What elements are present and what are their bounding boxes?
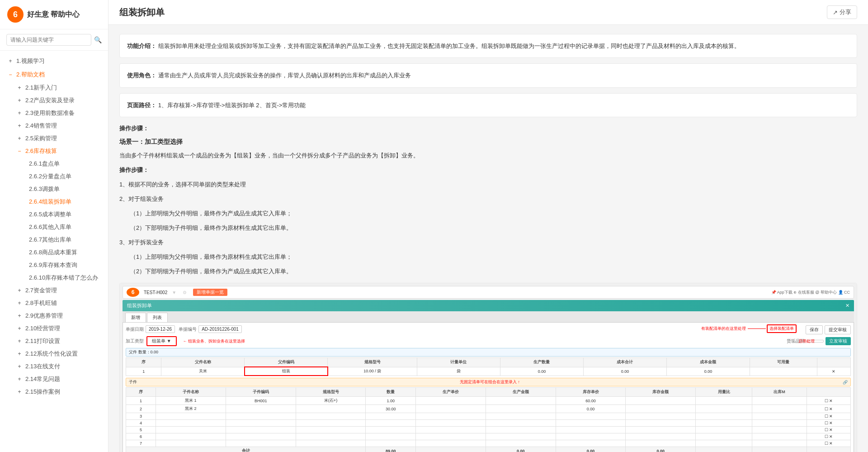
sidebar-item-24[interactable]: + 2.4销售管理 [13, 119, 108, 132]
sidebar-item-212[interactable]: + 2.12系统个性化设置 [13, 347, 108, 360]
sidebar: 6 好生意 帮助中心 🔍 + 1.视频学习 − 2.帮助文档 + 2.1新手入门… [0, 0, 108, 452]
docs-26-submenu: 2.6.1盘点单 2.6.2分量盘点单 2.6.3调拨单 2.6.4组装拆卸单 … [13, 157, 108, 284]
step3-sub2: （2）下部明细为子件明细，最终作为产成品生成其它入库单。 [119, 266, 857, 277]
sidebar-item-265[interactable]: 2.6.5成本调整单 [25, 208, 108, 221]
sidebar-item-28[interactable]: + 2.8手机旺辅 [13, 297, 108, 309]
annotation-2: ← 组装业务、拆卸业务在这里选择 [183, 338, 245, 344]
annotation-4: 无固定清单可在组合在这里录入 ↑ [460, 379, 520, 385]
sim-child-row-5: 5 ☐ ✕ [126, 427, 851, 433]
sim-type-row: 加工类型 组装单 ▼ ← 组装业务、拆卸业务在这里选择 启用处理 货垢品间 立发… [126, 336, 851, 346]
sim-child-table-area: 子件 无固定清单可在组合在这里录入 ↑ 🔗 序 子件名称 子件编码 规格型号 [126, 378, 851, 452]
sim-type-selector: 组装单 ▼ [146, 336, 177, 346]
function-intro-block: 功能介绍： 组装拆卸单用来处理企业组装或拆卸等加工业务，支持有固定装配清单的产品… [119, 34, 857, 58]
sidebar-item-25[interactable]: + 2.5采购管理 [13, 132, 108, 145]
sim-child-table: 序 子件名称 子件编码 规格型号 数量 生产单价 生产金额 库存单价 库存金额 [126, 387, 851, 452]
sim-date-field: 单据日期 2019-12-26 [126, 325, 175, 333]
step1-text: 1、根据不同的业务，选择不同单据的类型来处理 [119, 179, 857, 190]
steps-title: 操作步骤： [119, 123, 857, 134]
sim-child-header: 子件 无固定清单可在组合在这里录入 ↑ 🔗 [126, 378, 851, 386]
logo-text: 好生意 帮助中心 [27, 10, 80, 19]
sim-logo: 6 [127, 288, 139, 297]
sim-company-selector: TEST-H002 [144, 290, 167, 295]
sim-child-row-6: 6 ☐ ✕ [126, 433, 851, 440]
annotation-3: 启用处理 [798, 338, 815, 344]
search-button[interactable]: 🔍 [94, 36, 102, 43]
sim-num-field: 单据编号 AD-20191226-001 [179, 325, 242, 333]
sidebar-item-214[interactable]: + 2.14常见问题 [13, 373, 108, 385]
nav-tree: + 1.视频学习 − 2.帮助文档 + 2.1新手入门 + 2.2产品安装及登录… [0, 51, 108, 452]
sim-parent-header: 父件 数量：0.00 [126, 348, 851, 357]
sim-child-row-1: 1 黑米 1 BH001 米(石+) 1.00 60.00 [126, 397, 851, 405]
sidebar-item-22[interactable]: + 2.2产品安装及登录 [13, 94, 108, 107]
sim-tab-new: 新增 [125, 313, 146, 322]
sim-form-row1: 单据日期 2019-12-26 单据编号 AD-20191226-001 有装配… [126, 325, 851, 334]
sidebar-item-268[interactable]: 2.6.8商品成本重算 [25, 246, 108, 259]
sim-form-area: 单据日期 2019-12-26 单据编号 AD-20191226-001 有装配… [123, 322, 854, 452]
expand-icon: + [7, 58, 14, 64]
sim-new-btn: 新增单据一览 [193, 289, 227, 296]
sim-child-row-4: 4 ☐ ✕ [126, 420, 851, 427]
sidebar-item-21[interactable]: + 2.1新手入门 [13, 81, 108, 94]
search-input[interactable] [6, 34, 91, 46]
path-label: 页面路径： [127, 102, 156, 109]
docs-submenu: + 2.1新手入门 + 2.2产品安装及登录 + 2.3使用前数据准备 + 2.… [0, 81, 108, 398]
sim-parent-row-1: 1 关米 组装 10.00 / 袋 袋 0.00 0.00 0.00 ✕ [126, 367, 851, 376]
sidebar-item-261[interactable]: 2.6.1盘点单 [25, 157, 108, 170]
sidebar-item-210[interactable]: + 2.10经营管理 [13, 322, 108, 335]
path-block: 页面路径： 1、库存核算->库存管理->组装拆卸单 2、首页->常用功能 [119, 93, 857, 117]
sim-nav-bar: 6 TEST-H002 ▼ ⚙ 新增单据一览 📌 App下载 ⊕ 在线客服 @ … [123, 286, 854, 299]
role-text: 通常由生产人员或库管人员完成拆装业务的操作，库管人员确认原材料的出库和产成品的入… [158, 72, 411, 79]
function-intro-text: 组装拆卸单用来处理企业组装或拆卸等加工业务，支持有固定装配清单的产品加工业务，也… [158, 43, 740, 49]
sim-parent-table-area: 父件 数量：0.00 序 父件名称 父件编码 规格型号 计量单位 生 [126, 348, 851, 376]
logo-icon: 6 [7, 6, 24, 23]
main-content: 组装拆卸单 ↗ 分享 功能介绍： 组装拆卸单用来处理企业组装或拆卸等加工业务，支… [108, 0, 868, 452]
topbar: 组装拆卸单 ↗ 分享 [108, 0, 868, 25]
share-button[interactable]: ↗ 分享 [827, 5, 857, 19]
expand-icon: − [7, 71, 14, 78]
step2-sub2: （2）下部明细为子件明细，最终作为原材料生成其它出库单。 [119, 222, 857, 234]
step3-sub1: （1）上部明细为父件明细，最终作为原材料生成其它出库单； [119, 251, 857, 263]
sim-child-row-7: 7 ☐ ✕ [126, 440, 851, 447]
sidebar-item-267[interactable]: 2.6.7其他出库单 [25, 233, 108, 246]
sim-title-bar: 组装拆卸单 ✕ [123, 300, 854, 311]
sim-enable-row: 货垢品间 立发审核 [787, 337, 851, 345]
annotation-1: 有装配清单的在这里处理 选择装配清单 [701, 324, 797, 333]
scenario1-title: 场景一：加工类型选择 [119, 138, 857, 146]
sidebar-item-26[interactable]: − 2.6库存核算 [13, 145, 108, 157]
path-text: 1、库存核算->库存管理->组装拆卸单 2、首页->常用功能 [158, 102, 306, 109]
sim-tab-bar: 新增 列表 [123, 311, 854, 322]
sim-child-row-2: 2 黑米 2 30.00 0.00 [126, 405, 851, 413]
step3-text: 3、对于拆装业务 [119, 237, 857, 248]
sim-close-btn: ✕ [845, 303, 849, 309]
sidebar-item-docs[interactable]: − 2.帮助文档 [0, 68, 108, 81]
sidebar-item-211[interactable]: + 2.11打印设置 [13, 335, 108, 347]
sidebar-item-215[interactable]: + 2.15操作案例 [13, 385, 108, 398]
sim-action-btns: 保存 提交审核 [806, 325, 851, 334]
sidebar-item-27[interactable]: + 2.7资金管理 [13, 284, 108, 297]
function-intro-label: 功能介绍： [127, 43, 156, 49]
sim-tab-list: 列表 [147, 313, 168, 322]
sidebar-item-2610[interactable]: 2.6.10库存账本错了怎么办 [25, 271, 108, 284]
search-box: 🔍 [0, 29, 108, 51]
sidebar-item-269[interactable]: 2.6.9库存账本查询 [25, 259, 108, 271]
sidebar-item-266[interactable]: 2.6.6其他入库单 [25, 221, 108, 233]
logo-area: 6 好生意 帮助中心 [0, 0, 108, 29]
sidebar-item-213[interactable]: + 2.13在线支付 [13, 360, 108, 373]
scenario1-block: 场景一：加工类型选择 当由多个子件材料组装成一个成品的业务为【组装】业务，当由一… [119, 138, 857, 277]
share-icon: ↗ [833, 9, 838, 16]
role-block: 使用角色： 通常由生产人员或库管人员完成拆装业务的操作，库管人员确认原材料的出库… [119, 63, 857, 87]
sidebar-item-264[interactable]: 2.6.4组装拆卸单 [25, 195, 108, 208]
sidebar-item-23[interactable]: + 2.3使用前数据准备 [13, 107, 108, 119]
simulated-screenshot: 6 TEST-H002 ▼ ⚙ 新增单据一览 📌 App下载 ⊕ 在线客服 @ … [120, 283, 857, 452]
sidebar-item-29[interactable]: + 2.9优惠券管理 [13, 309, 108, 322]
step2-text: 2、对于组装业务 [119, 193, 857, 205]
scenario1-desc: 当由多个子件材料组装成一个成品的业务为【组装】业务，当由一个父件拆分成多个子产品… [119, 150, 857, 162]
sidebar-item-video[interactable]: + 1.视频学习 [0, 54, 108, 68]
step2-sub1: （1）上部明细为父件明细，最终作为产成品生成其它入库单； [119, 208, 857, 219]
screenshot-container: 6 TEST-H002 ▼ ⚙ 新增单据一览 📌 App下载 ⊕ 在线客服 @ … [119, 283, 857, 452]
content-area: 功能介绍： 组装拆卸单用来处理企业组装或拆卸等加工业务，支持有固定装配清单的产品… [108, 25, 868, 452]
sidebar-item-262[interactable]: 2.6.2分量盘点单 [25, 170, 108, 183]
page-title: 组装拆卸单 [119, 6, 165, 19]
steps-label2: 操作步骤： [119, 164, 857, 176]
sidebar-item-263[interactable]: 2.6.3调拨单 [25, 183, 108, 195]
